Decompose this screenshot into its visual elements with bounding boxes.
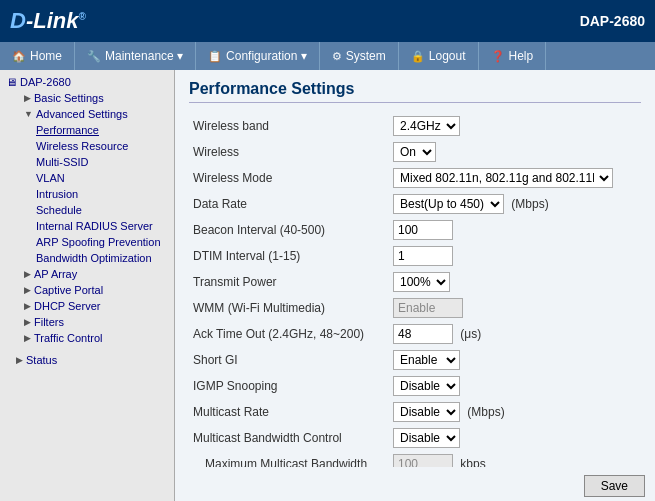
- settings-table: Wireless band 2.4GHz5GHz Wireless OnOff: [189, 113, 641, 467]
- field-value: Disable (Mbps): [389, 399, 641, 425]
- save-area: Save: [175, 467, 655, 501]
- field-label: Wireless band: [189, 113, 389, 139]
- field-label: Short GI: [189, 347, 389, 373]
- expand-traffic-icon: ▶: [24, 333, 31, 343]
- sidebar-captive-portal: ▶ Captive Portal: [0, 282, 174, 298]
- nav-help[interactable]: ❓ Help: [479, 42, 547, 70]
- nav-configuration[interactable]: 📋 Configuration ▾: [196, 42, 320, 70]
- field-label: IGMP Snooping: [189, 373, 389, 399]
- sidebar-item-multi-ssid[interactable]: Multi-SSID: [8, 154, 174, 170]
- sidebar-basic-settings: ▶ Basic Settings: [0, 90, 174, 106]
- field-value: Mixed 802.11n, 802.11g and 802.11b: [389, 165, 641, 191]
- expand-filters-icon: ▶: [24, 317, 31, 327]
- table-row: IGMP Snooping DisableEnable: [189, 373, 641, 399]
- sidebar-item-ap-array[interactable]: ▶ AP Array: [8, 266, 174, 282]
- sidebar-item-intrusion[interactable]: Intrusion: [8, 186, 174, 202]
- field-value: EnableDisable: [389, 347, 641, 373]
- beacon-interval-input[interactable]: [393, 220, 453, 240]
- multicast-rate-select[interactable]: Disable: [393, 402, 460, 422]
- sidebar-filters: ▶ Filters: [0, 314, 174, 330]
- ack-timeout-input[interactable]: [393, 324, 453, 344]
- table-row: Data Rate Best(Up to 450) (Mbps): [189, 191, 641, 217]
- table-row: Short GI EnableDisable: [189, 347, 641, 373]
- configuration-icon: 📋: [208, 50, 222, 63]
- sidebar-item-dhcp-server[interactable]: ▶ DHCP Server: [8, 298, 174, 314]
- sidebar-item-basic-settings[interactable]: ▶ Basic Settings: [8, 90, 174, 106]
- sidebar-dhcp-server: ▶ DHCP Server: [0, 298, 174, 314]
- sidebar-root[interactable]: 🖥 DAP-2680: [0, 74, 174, 90]
- table-row: Multicast Rate Disable (Mbps): [189, 399, 641, 425]
- content-area: Performance Settings Wireless band 2.4GH…: [175, 70, 655, 467]
- sidebar-item-arp[interactable]: ARP Spoofing Prevention: [8, 234, 174, 250]
- wmm-input: [393, 298, 463, 318]
- wireless-mode-select[interactable]: Mixed 802.11n, 802.11g and 802.11b: [393, 168, 613, 188]
- field-value: [389, 243, 641, 269]
- sidebar-item-captive-portal[interactable]: ▶ Captive Portal: [8, 282, 174, 298]
- field-label: Multicast Rate: [189, 399, 389, 425]
- sidebar-item-radius[interactable]: Internal RADIUS Server: [8, 218, 174, 234]
- wireless-band-select[interactable]: 2.4GHz5GHz: [393, 116, 460, 136]
- sidebar-advanced-settings: ▼ Advanced Settings Performance Wireless…: [0, 106, 174, 266]
- igmp-snooping-select[interactable]: DisableEnable: [393, 376, 460, 396]
- table-row: Multicast Bandwidth Control DisableEnabl…: [189, 425, 641, 451]
- field-label: Wireless: [189, 139, 389, 165]
- field-value: kbps: [389, 451, 641, 467]
- maintenance-icon: 🔧: [87, 50, 101, 63]
- table-row: Ack Time Out (2.4GHz, 48~200) (μs): [189, 321, 641, 347]
- wireless-select[interactable]: OnOff: [393, 142, 436, 162]
- nav-home[interactable]: 🏠 Home: [0, 42, 75, 70]
- expand-ap-icon: ▶: [24, 269, 31, 279]
- nav-logout[interactable]: 🔒 Logout: [399, 42, 479, 70]
- sidebar-item-schedule[interactable]: Schedule: [8, 202, 174, 218]
- field-value: OnOff: [389, 139, 641, 165]
- field-label: DTIM Interval (1-15): [189, 243, 389, 269]
- field-value: 100%75%50%25%: [389, 269, 641, 295]
- expand-basic-icon: ▶: [24, 93, 31, 103]
- sidebar-item-bandwidth[interactable]: Bandwidth Optimization: [8, 250, 174, 266]
- field-label: Wireless Mode: [189, 165, 389, 191]
- data-rate-unit: (Mbps): [511, 197, 548, 211]
- max-multicast-bw-input: [393, 454, 453, 467]
- sidebar-item-filters[interactable]: ▶ Filters: [8, 314, 174, 330]
- table-row: Wireless Mode Mixed 802.11n, 802.11g and…: [189, 165, 641, 191]
- logo: D-Link®: [10, 8, 86, 34]
- header: D-Link® DAP-2680: [0, 0, 655, 42]
- expand-captive-icon: ▶: [24, 285, 31, 295]
- table-row: WMM (Wi-Fi Multimedia): [189, 295, 641, 321]
- field-value: DisableEnable: [389, 373, 641, 399]
- system-icon: ⚙: [332, 50, 342, 63]
- field-label: Multicast Bandwidth Control: [189, 425, 389, 451]
- content-wrapper: Performance Settings Wireless band 2.4GH…: [175, 70, 655, 501]
- sidebar-item-performance[interactable]: Performance: [8, 122, 174, 138]
- sidebar-ap-array: ▶ AP Array: [0, 266, 174, 282]
- page-title: Performance Settings: [189, 80, 641, 103]
- save-button[interactable]: Save: [584, 475, 645, 497]
- multicast-rate-unit: (Mbps): [467, 405, 504, 419]
- table-row: DTIM Interval (1-15): [189, 243, 641, 269]
- sidebar-traffic-control: ▶ Traffic Control: [0, 330, 174, 346]
- sidebar-item-wireless-resource[interactable]: Wireless Resource: [8, 138, 174, 154]
- sidebar: 🖥 DAP-2680 ▶ Basic Settings ▼ Advanced S…: [0, 70, 175, 501]
- navbar: 🏠 Home 🔧 Maintenance ▾ 📋 Configuration ▾…: [0, 42, 655, 70]
- logout-icon: 🔒: [411, 50, 425, 63]
- nav-system[interactable]: ⚙ System: [320, 42, 399, 70]
- computer-icon: 🖥: [6, 76, 17, 88]
- sidebar-item-advanced-settings[interactable]: ▼ Advanced Settings: [8, 106, 174, 122]
- nav-maintenance[interactable]: 🔧 Maintenance ▾: [75, 42, 196, 70]
- field-label: Maximum Multicast Bandwidth: [189, 451, 389, 467]
- table-row: Maximum Multicast Bandwidth kbps: [189, 451, 641, 467]
- table-row: Wireless band 2.4GHz5GHz: [189, 113, 641, 139]
- dtim-interval-input[interactable]: [393, 246, 453, 266]
- sidebar-item-status[interactable]: ▶ Status: [0, 352, 174, 368]
- expand-status-icon: ▶: [16, 355, 23, 365]
- sidebar-item-vlan[interactable]: VLAN: [8, 170, 174, 186]
- transmit-power-select[interactable]: 100%75%50%25%: [393, 272, 450, 292]
- sidebar-item-traffic-control[interactable]: ▶ Traffic Control: [8, 330, 174, 346]
- table-row: Wireless OnOff: [189, 139, 641, 165]
- multicast-bw-control-select[interactable]: DisableEnable: [393, 428, 460, 448]
- max-multicast-bw-unit: kbps: [460, 457, 485, 467]
- short-gi-select[interactable]: EnableDisable: [393, 350, 460, 370]
- model-label: DAP-2680: [580, 13, 645, 29]
- data-rate-select[interactable]: Best(Up to 450): [393, 194, 504, 214]
- help-icon: ❓: [491, 50, 505, 63]
